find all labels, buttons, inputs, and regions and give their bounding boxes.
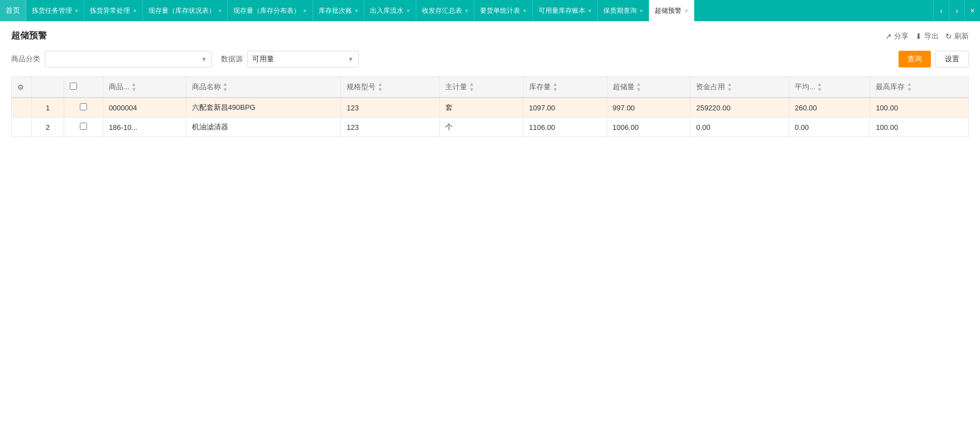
sort-icon-product-code: ▲▼ <box>131 81 137 93</box>
nav-label-abnormal: 拣货异常处理 <box>90 6 130 16</box>
row-checkbox-cell[interactable] <box>64 118 103 137</box>
top-navigation: 首页 拣货任务管理 × 拣货异常处理 × 现存量（库存状况表） × 现存量（库存… <box>0 0 980 21</box>
query-button[interactable]: 查询 <box>899 51 931 67</box>
th-stock[interactable]: 库存量 ▲▼ <box>523 77 607 98</box>
row-avg: 260.00 <box>789 98 869 118</box>
nav-label-stock-status: 现存量（库存状况表） <box>148 6 215 16</box>
nav-close-abnormal[interactable]: × <box>133 7 136 14</box>
row-product-code: 0000004 <box>103 98 186 118</box>
nav-item-avail-account[interactable]: 可用量库存账本 × <box>533 0 598 21</box>
table-header-row: ⚙ 商品... ▲▼ 商品名称 ▲▼ <box>12 77 969 98</box>
nav-item-order-stat[interactable]: 要货单统计表 × <box>474 0 532 21</box>
col-sort-spec[interactable]: 规格型号 ▲▼ <box>347 81 383 93</box>
row-unit: 个 <box>439 118 523 137</box>
nav-arrow-close[interactable]: × <box>964 0 980 21</box>
th-unit[interactable]: 主计量 ▲▼ <box>439 77 523 98</box>
nav-item-overstock[interactable]: 超储预警 × <box>649 0 694 21</box>
th-product-name[interactable]: 商品名称 ▲▼ <box>186 77 341 98</box>
nav-close-task[interactable]: × <box>75 7 78 14</box>
th-capital[interactable]: 资金占用 ▲▼ <box>690 77 789 98</box>
row-index-cell: 2 <box>32 118 64 137</box>
nav-close-overstock[interactable]: × <box>684 7 688 14</box>
settings-button[interactable]: 设置 <box>935 51 969 67</box>
share-button[interactable]: ↗ 分享 <box>885 31 909 41</box>
th-overstock[interactable]: 超储量 ▲▼ <box>607 77 690 98</box>
row-avg: 0.00 <box>789 118 869 137</box>
refresh-button[interactable]: ↻ 刷新 <box>945 31 969 41</box>
th-checkbox[interactable] <box>64 77 103 98</box>
col-sort-overstock[interactable]: 超储量 ▲▼ <box>613 81 642 93</box>
sort-icon-capital: ▲▼ <box>727 81 732 93</box>
sort-icon-unit: ▲▼ <box>469 81 474 93</box>
row-stock: 1106.00 <box>523 118 607 137</box>
sort-icon-max-stock: ▲▼ <box>906 81 912 93</box>
nav-item-inout[interactable]: 出入库流水 × <box>364 0 416 21</box>
nav-label-order-stat: 要货单统计表 <box>480 6 520 16</box>
nav-item-collect[interactable]: 收发存汇总表 × <box>416 0 474 21</box>
nav-item-stock-status[interactable]: 现存量（库存状况表） × <box>143 0 228 21</box>
header-actions: ↗ 分享 ⬇ 导出 ↻ 刷新 <box>885 31 969 41</box>
select-all-checkbox[interactable] <box>70 83 77 90</box>
nav-close-stock-dist[interactable]: × <box>303 7 306 14</box>
th-max-stock[interactable]: 最高库存 ▲▼ <box>870 77 969 98</box>
nav-label-batch: 库存批次账 <box>319 6 352 16</box>
row-product-code: 186-10... <box>103 118 186 137</box>
data-source-select[interactable]: 可用量 ▼ <box>247 51 359 67</box>
refresh-icon: ↻ <box>945 32 952 41</box>
row-max-stock: 100.00 <box>870 118 969 137</box>
th-product-code-label: 商品... <box>109 82 129 92</box>
nav-close-collect[interactable]: × <box>465 7 468 14</box>
nav-item-home[interactable]: 首页 <box>0 0 26 21</box>
row-checkbox[interactable] <box>80 123 87 130</box>
filter-data-source: 数据源 可用量 ▼ <box>221 51 359 67</box>
sort-icon-product-name: ▲▼ <box>223 81 228 93</box>
row-capital: 259220.00 <box>690 98 789 118</box>
col-sort-stock[interactable]: 库存量 ▲▼ <box>529 81 558 93</box>
col-sort-capital[interactable]: 资金占用 ▲▼ <box>696 81 732 93</box>
nav-close-expiry[interactable]: × <box>640 7 643 14</box>
row-gear-cell <box>12 118 32 137</box>
col-sort-product-name[interactable]: 商品名称 ▲▼ <box>192 81 228 93</box>
row-product-name: 六配套新昌490BPG <box>186 98 341 118</box>
th-stock-label: 库存量 <box>529 82 551 92</box>
nav-close-batch[interactable]: × <box>355 7 358 14</box>
th-gear[interactable]: ⚙ <box>12 77 32 98</box>
nav-item-batch[interactable]: 库存批次账 × <box>313 0 364 21</box>
nav-arrow-right[interactable]: › <box>949 0 964 21</box>
th-capital-label: 资金占用 <box>696 82 725 92</box>
nav-item-expiry[interactable]: 保质期查询 × <box>598 0 649 21</box>
th-avg[interactable]: 平均... ▲▼ <box>789 77 869 98</box>
page-title: 超储预警 <box>11 30 47 42</box>
row-spec: 123 <box>341 98 440 118</box>
share-icon: ↗ <box>885 32 892 41</box>
filter-product-category: 商品分类 ▼ <box>11 51 212 67</box>
row-checkbox-cell[interactable] <box>64 98 103 118</box>
gear-icon[interactable]: ⚙ <box>17 83 24 91</box>
row-index-cell: 1 <box>32 98 64 118</box>
row-stock: 1097.00 <box>523 98 607 118</box>
th-product-code[interactable]: 商品... ▲▼ <box>103 77 186 98</box>
product-category-select[interactable]: ▼ <box>45 51 212 67</box>
th-spec-label: 规格型号 <box>347 82 376 92</box>
nav-item-task[interactable]: 拣货任务管理 × <box>26 0 84 21</box>
nav-item-abnormal[interactable]: 拣货异常处理 × <box>84 0 142 21</box>
col-sort-product-code[interactable]: 商品... ▲▼ <box>109 81 137 93</box>
th-spec[interactable]: 规格型号 ▲▼ <box>341 77 440 98</box>
nav-item-stock-dist[interactable]: 现存量（库存分布表） × <box>228 0 313 21</box>
col-sort-avg[interactable]: 平均... ▲▼ <box>795 81 823 93</box>
nav-close-avail-account[interactable]: × <box>588 7 592 14</box>
nav-label-home: 首页 <box>6 6 20 16</box>
data-source-value: 可用量 <box>252 54 274 64</box>
nav-arrow-left[interactable]: ‹ <box>933 0 949 21</box>
row-checkbox[interactable] <box>80 103 87 110</box>
nav-label-stock-dist: 现存量（库存分布表） <box>233 6 300 16</box>
export-button[interactable]: ⬇ 导出 <box>915 31 939 41</box>
col-sort-max-stock[interactable]: 最高库存 ▲▼ <box>876 81 912 93</box>
sort-icon-spec: ▲▼ <box>377 81 383 93</box>
sort-icon-stock: ▲▼ <box>553 81 558 93</box>
th-max-stock-label: 最高库存 <box>876 82 905 92</box>
nav-close-order-stat[interactable]: × <box>523 7 526 14</box>
nav-close-inout[interactable]: × <box>406 7 410 14</box>
col-sort-unit[interactable]: 主计量 ▲▼ <box>445 81 474 93</box>
nav-close-stock-status[interactable]: × <box>218 7 222 14</box>
